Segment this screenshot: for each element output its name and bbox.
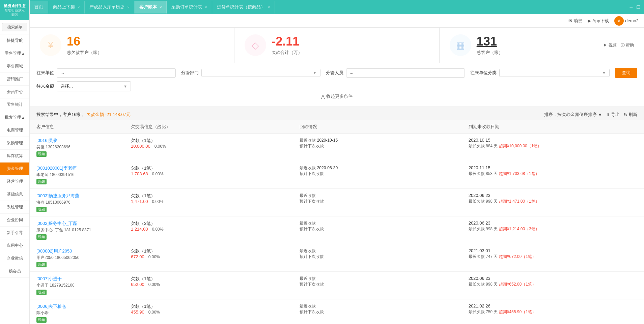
sidebar: 畅捷通好生意 母婴行业演示套装 搜索菜单 快捷导航零售管理▲零售商城营销推广会员… [0, 0, 30, 324]
refresh-label: 刷新 [628, 112, 637, 118]
maximize-button[interactable]: □ [635, 3, 641, 11]
sidebar-item-member[interactable]: 会员中心 [0, 86, 29, 98]
owed-amount-number[interactable]: -2.11 [272, 35, 429, 48]
debt-amount-5[interactable]: 652.00 [131, 282, 144, 287]
app-download-btn[interactable]: ▶ App下载 [588, 18, 609, 24]
customer-name-4[interactable]: [000002]用户2050 [36, 248, 72, 254]
sidebar-item-newbie[interactable]: 新手引导 [0, 227, 29, 239]
due-date-cell-3: 2020.06.23 最长欠款 998 天 超期¥1,214.00（3笔） [469, 220, 637, 232]
due-date-cell-6: 2021.02.26 最长欠款 750 天 超期¥455.90（1笔） [469, 303, 637, 315]
sidebar-item-batch-mgmt[interactable]: 批发管理▲ [0, 111, 29, 124]
refresh-btn[interactable]: ↻ 刷新 [624, 112, 637, 118]
sidebar-item-basic-info[interactable]: 基础信息 [0, 188, 29, 201]
customer-name-3[interactable]: [0002]服务中心_丁磊 [36, 221, 77, 226]
debt-pct-4: 0.00% [148, 255, 160, 259]
sidebar-item-ecommerce[interactable]: 电商管理 [0, 124, 29, 137]
tab-close-purchase-order[interactable]: × [205, 5, 207, 9]
sidebar-arrow-icon: ▲ [22, 116, 25, 119]
owed-amount-label: 欠款合计（万） [272, 50, 429, 56]
sidebar-item-inventory[interactable]: 库存核算 [0, 150, 29, 163]
customer-name-6[interactable]: [0006]去下粮仓 [36, 304, 66, 309]
debt-cell-0: 欠款（1笔） 10,000.00 0.00% [131, 138, 300, 149]
sidebar-item-system[interactable]: 系统管理 [0, 201, 29, 214]
customer-name-2[interactable]: [0003]畅捷服务尹海燕 [36, 193, 79, 198]
customer-cell-4: [000002]用户2050 用户2050 18665062050 现销 [36, 248, 131, 267]
tab-production-history[interactable]: 产成品入库单历史× [85, 1, 134, 13]
debt-amount-1[interactable]: 1,703.68 [131, 171, 148, 176]
sidebar-item-operations[interactable]: 经营管理 [0, 175, 29, 188]
sidebar-item-purchase[interactable]: 采购管理 [0, 137, 29, 150]
due-date-3: 2020.06.23 [469, 220, 637, 226]
customer-cell-0: [0016]吴俊 吴俊 13026203696 现销 [36, 138, 131, 157]
overdue-link-5[interactable]: 超期¥652.00（1笔） [499, 282, 536, 287]
minimize-button[interactable]: – [628, 3, 634, 11]
sort-label[interactable]: 排序：按欠款金额倒序排序 ▼ [544, 112, 602, 118]
overdue-link-1[interactable]: 超期¥1,703.68（1笔） [499, 171, 539, 176]
overdue-info-0: 最长欠款 884 天 超期¥10,000.00（1笔） [469, 143, 637, 149]
manager-input[interactable]: ··· [346, 68, 465, 78]
sidebar-item-wechat[interactable]: 企业微信 [0, 252, 29, 265]
overdue-link-6[interactable]: 超期¥455.90（1笔） [499, 310, 536, 314]
stat-actions: ▶ 视频 ⓘ 帮助 [603, 42, 634, 48]
sidebar-item-retail-mgmt[interactable]: 零售管理▲ [0, 47, 29, 60]
main-content: ¥ 16 总欠款客户（家） ◇ -2.11 欠款合计（万） ▦ 131 总客户（… [30, 28, 644, 324]
debt-amount-6[interactable]: 455.90 [131, 310, 144, 315]
message-btn[interactable]: ✉ 消息 [568, 18, 582, 24]
sidebar-item-vip[interactable]: 畅会员 [0, 265, 29, 278]
last-payment-label-5: 最近收款 [300, 276, 316, 281]
debt-amount-3[interactable]: 1,214.00 [131, 227, 148, 232]
tab-close-products-offline[interactable]: × [78, 5, 80, 9]
sidebar-item-enterprise[interactable]: 企业协同 [0, 214, 29, 227]
customer-cell-5: [0007]小进干 小进干 18279152100 现销 [36, 276, 131, 295]
table-body: [0016]吴俊 吴俊 13026203696 现销 欠款（1笔） 10,000… [30, 134, 644, 324]
sidebar-item-retail-stats[interactable]: 零售统计 [0, 98, 29, 111]
tab-close-production-history[interactable]: × [127, 5, 129, 9]
sidebar-item-quick-nav[interactable]: 快捷导航 [0, 34, 29, 47]
sidebar-item-marketing[interactable]: 营销推广 [0, 73, 29, 86]
debt-amount-4[interactable]: 672.00 [131, 254, 144, 259]
debt-amount-0[interactable]: 10,000.00 [131, 144, 150, 149]
overdue-link-4[interactable]: 超期¥672.00（1笔） [499, 254, 536, 259]
next-payment-label-0: 预计下次收款 [300, 144, 324, 148]
app-label: App下载 [592, 18, 609, 24]
sidebar-item-finance[interactable]: 资金管理 [0, 163, 29, 175]
tab-inventory-stats[interactable]: 进货单统计表（按商品）× [212, 1, 275, 13]
search-menu-button[interactable]: 搜索菜单 [2, 23, 27, 31]
customer-phone-2: 海燕 18513066976 [36, 200, 131, 205]
debt-amount-2[interactable]: 1,471.00 [131, 199, 148, 204]
payment-info-4: 最近收款 [300, 248, 468, 254]
tab-products-offline[interactable]: 商品上下架× [48, 1, 85, 13]
next-payment-label-1: 预计下次收款 [300, 171, 324, 176]
department-select[interactable]: ▼ [201, 69, 320, 77]
customer-name-1[interactable]: [0001020001]李老师 [36, 166, 77, 171]
sidebar-item-retail-mall[interactable]: 零售商城 [0, 60, 29, 73]
due-date-0: 2020.10.15 [469, 138, 637, 143]
partner-input[interactable]: ··· [57, 68, 176, 78]
total-customers-number[interactable]: 131 [477, 35, 598, 48]
help-btn[interactable]: ⓘ 帮助 [621, 42, 634, 48]
export-btn[interactable]: ⬆ 导出 [606, 112, 620, 118]
owed-customers-number[interactable]: 16 [67, 35, 224, 48]
tab-home[interactable]: 首页 [30, 1, 48, 13]
user-profile[interactable]: d demo2 [614, 16, 639, 26]
tab-customer-account[interactable]: 客户账本× [135, 1, 167, 13]
balance-select[interactable]: 选择... ▼ [57, 81, 131, 91]
customer-name-5[interactable]: [0007]小进干 [36, 276, 62, 281]
owed-customers-info: 16 总欠款客户（家） [67, 35, 224, 56]
tab-purchase-order[interactable]: 采购订单统计表× [167, 1, 212, 13]
customer-name-0[interactable]: [0016]吴俊 [36, 138, 57, 143]
partner-type-select[interactable]: ▼ [499, 69, 610, 77]
search-button[interactable]: 查询 [615, 68, 637, 78]
collapse-button[interactable]: ⋀ 收起更多条件 [36, 91, 637, 101]
video-btn[interactable]: ▶ 视频 [603, 42, 616, 48]
overdue-link-2[interactable]: 超期¥1,471.00（1笔） [499, 199, 539, 204]
payment-info-5: 最近收款 [300, 276, 468, 282]
tab-close-inventory-stats[interactable]: × [268, 5, 270, 9]
sidebar-arrow-icon: ▲ [22, 52, 25, 55]
overdue-link-0[interactable]: 超期¥10,000.00（1笔） [499, 144, 542, 148]
sidebar-logo[interactable]: 畅捷通好生意 母婴行业演示套装 [0, 0, 29, 20]
sidebar-search[interactable]: 搜索菜单 [0, 20, 29, 34]
tab-close-customer-account[interactable]: × [160, 5, 162, 9]
overdue-link-3[interactable]: 超期¥1,214.00（3笔） [499, 227, 539, 231]
sidebar-item-app-center[interactable]: 应用中心 [0, 239, 29, 252]
